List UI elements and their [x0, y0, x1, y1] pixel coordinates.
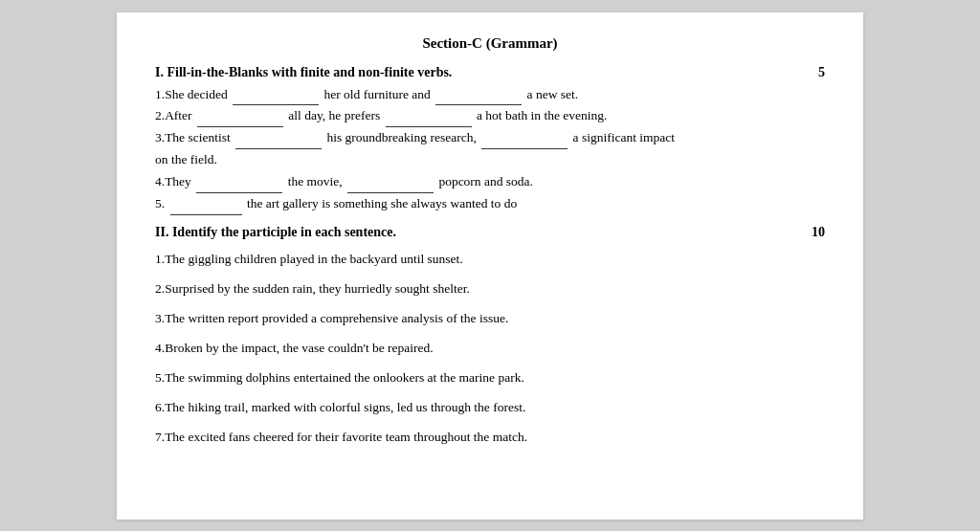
section-i-score: 5	[818, 65, 825, 80]
sentence-2: 2.After all day, he prefers a hot bath i…	[155, 105, 825, 127]
fill-blanks-content: 1.She decided her old furniture and a ne…	[155, 84, 825, 216]
section-i-block: I. Fill-in-the-Blanks with finite and no…	[155, 65, 825, 216]
section-ii-header: II. Identify the participle in each sent…	[155, 225, 825, 240]
sentence-5: 5. the art gallery is something she alwa…	[155, 193, 825, 215]
sentence-4-part2: the movie,	[288, 174, 343, 188]
sentence-ii-3: 3.The written report provided a comprehe…	[155, 311, 508, 325]
sentence-1-part1: 1.She decided	[155, 87, 228, 101]
section-ii-score: 10	[812, 225, 825, 240]
sentence-2-part3: a hot bath in the evening.	[477, 108, 607, 122]
section-title: Section-C (Grammar)	[155, 35, 825, 52]
sentence-ii-5: 5.The swimming dolphins entertained the …	[155, 370, 524, 385]
sentence-ii-7: 7.The excited fans cheered for their fav…	[155, 430, 527, 444]
sentence-3-part2: his groundbreaking research,	[326, 130, 476, 144]
sentence-3: 3.The scientist his groundbreaking resea…	[155, 127, 825, 149]
list-item: 7.The excited fans cheered for their fav…	[155, 428, 825, 448]
blank-1-1	[233, 92, 319, 105]
section-ii-label: II. Identify the participle in each sent…	[155, 225, 396, 240]
blank-1-2	[435, 92, 522, 105]
blank-2-2	[386, 114, 472, 127]
section-i-label: I. Fill-in-the-Blanks with finite and no…	[155, 65, 452, 80]
blank-4-2	[347, 180, 434, 193]
sentence-3-part3: a significant impact	[573, 130, 675, 144]
list-item: 5.The swimming dolphins entertained the …	[155, 368, 825, 388]
list-item: 2.Surprised by the sudden rain, they hur…	[155, 279, 825, 299]
blank-4-1	[196, 180, 282, 193]
sentence-4-part1: 4.They	[155, 174, 191, 188]
blank-5-1	[170, 202, 242, 215]
blank-3-1	[235, 136, 322, 149]
sentence-3-continuation: on the field.	[155, 149, 825, 171]
list-item: 1.The giggling children played in the ba…	[155, 250, 825, 270]
sentence-3-part1: 3.The scientist	[155, 130, 231, 144]
sentence-ii-2: 2.Surprised by the sudden rain, they hur…	[155, 281, 470, 296]
page-content: Section-C (Grammar) I. Fill-in-the-Blank…	[117, 12, 863, 520]
section-ii-block: II. Identify the participle in each sent…	[155, 225, 825, 447]
sentence-2-part2: all day, he prefers	[288, 108, 380, 122]
sentence-ii-4: 4.Broken by the impact, the vase couldn'…	[155, 341, 434, 355]
sentence-1: 1.She decided her old furniture and a ne…	[155, 84, 825, 106]
sentence-5-label: 5.	[155, 196, 165, 210]
sentence-5-text: the art gallery is something she always …	[247, 196, 517, 210]
sentence-2-part1: 2.After	[155, 108, 192, 122]
sentence-3-cont-text: on the field.	[155, 152, 217, 166]
sentence-4-part3: popcorn and soda.	[438, 174, 533, 188]
sentence-1-part2: her old furniture and	[323, 87, 430, 101]
list-item: 3.The written report provided a comprehe…	[155, 309, 825, 329]
section-i-header: I. Fill-in-the-Blanks with finite and no…	[155, 65, 825, 80]
sentence-4: 4.They the movie, popcorn and soda.	[155, 171, 825, 193]
blank-2-1	[197, 114, 283, 127]
list-item: 4.Broken by the impact, the vase couldn'…	[155, 339, 825, 359]
sentence-ii-6: 6.The hiking trail, marked with colorful…	[155, 400, 525, 414]
list-item: 6.The hiking trail, marked with colorful…	[155, 398, 825, 418]
sentence-1-part3: a new set.	[527, 87, 579, 101]
sentences-list: 1.The giggling children played in the ba…	[155, 250, 825, 447]
sentence-ii-1: 1.The giggling children played in the ba…	[155, 252, 463, 266]
blank-3-2	[481, 136, 568, 149]
